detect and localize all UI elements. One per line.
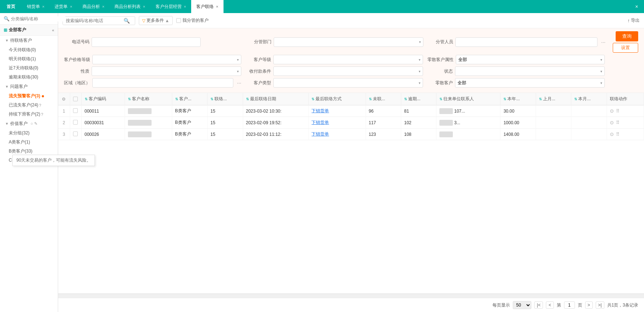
tab-customer-tier-close[interactable]: × [184,4,186,9]
tab-customer-contact[interactable]: 客户联络 × [191,0,223,13]
tab-sales-close[interactable]: × [42,4,44,9]
sidebar-item-ungrouped[interactable]: 未分组(32) [0,129,58,138]
page-number-input[interactable] [564,301,575,309]
contact-type-link[interactable]: 下销货单 [311,108,329,113]
filter-select-dept[interactable]: ▾ [274,37,424,47]
cell-contact-person: ██ 3... [436,117,500,129]
cell-action: ⊙ ⠿ [607,105,644,117]
sidebar-group-pending[interactable]: ▼ 待联络客户 [0,36,58,45]
cell-checkbox[interactable] [70,129,81,140]
filter-select-cust-type[interactable]: ▾ [273,78,423,88]
search-submit-icon[interactable]: 🔍 [124,18,130,24]
cell-checkbox[interactable] [70,105,81,117]
sidebar-item-overdue[interactable]: 逾期未联络(30) [0,73,58,82]
filter-cell-retail-cust: 零散客户 全部 ▾ [427,78,609,88]
sidebar-root[interactable]: ⊞ 全部客户 « [0,25,58,36]
horizontal-scrollbar[interactable] [58,293,644,298]
person-ellipsis[interactable]: ··· [601,39,605,45]
sidebar-item-declining[interactable]: 持续下滑客户(2) ? [0,110,58,119]
filter-cell-status: 状态 ▾ [427,66,609,76]
contact-type-link[interactable]: 下销货单 [311,120,329,125]
row-checkbox[interactable] [73,108,78,113]
more-conditions-btn[interactable]: ▽ 更多条件 ▲ [139,16,173,25]
sidebar-search-input[interactable] [11,16,65,21]
sidebar-group-value[interactable]: ▼ 价值客户 ○ ✎ [0,119,58,129]
action-more-icon[interactable]: ⠿ [616,131,620,137]
col-this-month[interactable]: ⇅ 本月... [571,93,607,105]
sidebar-item-tomorrow-pending[interactable]: 明天待联络(1) [0,54,58,64]
tab-sales[interactable]: 销货单 × [22,0,49,13]
my-customers-checkbox[interactable] [176,18,181,23]
filter-select-nature[interactable]: ▾ [92,66,241,76]
tab-purchase[interactable]: 进货单 × [49,0,77,13]
filter-select-retail-cust[interactable]: 全部 ▾ [455,78,605,88]
select-all-checkbox[interactable] [73,97,78,101]
sidebar-item-churned[interactable]: 已流失客户(24) ? [0,101,58,110]
sidebar-group-problem[interactable]: ▼ 问题客户 [0,82,58,92]
first-page-btn[interactable]: |< [534,301,543,309]
col-contact-type-sort-icon: ⇅ [311,97,314,101]
col-contact-person[interactable]: ⇅ 往来单位联系人 [436,93,500,105]
region-ellipsis[interactable]: ··· [237,80,241,86]
search-box[interactable]: 🔍 [63,16,135,25]
tab-purchase-close[interactable]: × [70,4,72,9]
filter-select-person[interactable] [455,37,597,47]
action-link-icon[interactable]: ⊙ [610,120,614,125]
next-page-btn[interactable]: > [585,301,593,309]
tab-product-list-close[interactable]: × [143,4,145,9]
query-btn[interactable]: 查询 [616,31,638,41]
col-last-contact-date[interactable]: ⇅ 最后联络日期 [243,93,309,105]
sidebar-item-churn-warning[interactable]: 流失预警客户(3) [0,92,58,101]
sidebar-item-class-a[interactable]: A类客户(1) [0,138,58,147]
close-all-tabs[interactable]: × [629,4,644,9]
col-name[interactable]: ⇅ 客户名称 [125,93,172,105]
tab-home[interactable]: 首页 [0,0,22,13]
filter-select-status[interactable]: ▾ [455,66,605,76]
row-checkbox[interactable] [73,131,78,136]
action-more-icon[interactable]: ⠿ [616,108,620,114]
sidebar-item-today-pending[interactable]: 今天待联络(0) [0,45,58,54]
sidebar-item-week-pending[interactable]: 近7天待联络(0) [0,64,58,73]
col-this-year[interactable]: ⇅ 本年... [500,93,536,105]
col-contact-count[interactable]: ⇅ 联络... [208,93,243,105]
filter-input-phone[interactable] [92,37,201,47]
filter-select-region[interactable] [92,78,233,88]
filter-cell-region: 区域（地区） ··· [64,78,246,88]
page-label-pre: 第 [557,302,561,308]
export-btn[interactable]: ↑ 导出 [628,17,640,24]
last-page-btn[interactable]: >| [596,301,604,309]
tab-product-analysis[interactable]: 商品分析 × [77,0,109,13]
filter-select-payment[interactable]: ▾ [273,66,423,76]
my-customers-toggle[interactable]: 我分管的客户 [176,17,209,24]
col-overdue[interactable]: ⇅ 逾期... [401,93,436,105]
action-link-icon[interactable]: ⊙ [610,108,614,114]
tab-product-list[interactable]: 商品分析列表 × [109,0,150,13]
contact-type-link[interactable]: 下销货单 [311,131,329,137]
page-size-select[interactable]: 50 100 200 [513,301,531,309]
filter-row-3: 性质 ▾ 收付款条件 ▾ 状态 ▾ [64,66,638,76]
col-settings[interactable]: ⚙ [58,93,70,105]
filter-select-price-level[interactable]: ▾ [92,55,241,64]
sidebar-search-box[interactable]: 🔍 [0,13,58,25]
prev-page-btn[interactable]: < [546,301,554,309]
col-code[interactable]: ⇅ 客户编码 [81,93,125,105]
tab-product-analysis-close[interactable]: × [102,4,104,9]
settings-btn[interactable]: 设置 [613,43,638,53]
row-checkbox[interactable] [73,120,78,125]
payment-arrow: ▾ [419,69,420,73]
col-last-contact-type[interactable]: ⇅ 最后联络方式 [309,93,366,105]
col-uncontacted[interactable]: ⇅ 未联... [366,93,401,105]
search-input[interactable] [66,18,122,23]
col-last-month[interactable]: ⇅ 上月... [536,93,571,105]
cell-last-month [536,117,571,129]
filter-select-retail-attr[interactable]: 全部 ▾ [456,55,605,64]
filter-select-cust-level[interactable]: ▾ [273,55,423,64]
col-checkbox[interactable] [70,93,81,105]
tab-customer-contact-close[interactable]: × [216,4,218,9]
tab-customer-tier[interactable]: 客户分层经营 × [150,0,191,13]
col-cust-type[interactable]: ⇅ 客户... [172,93,207,105]
action-more-icon[interactable]: ⠿ [616,120,620,125]
cell-checkbox[interactable] [70,117,81,129]
table-row: 3 000026 ███ B类客户 15 2023-02-03 11:12: 下… [58,129,644,140]
action-link-icon[interactable]: ⊙ [610,131,614,137]
